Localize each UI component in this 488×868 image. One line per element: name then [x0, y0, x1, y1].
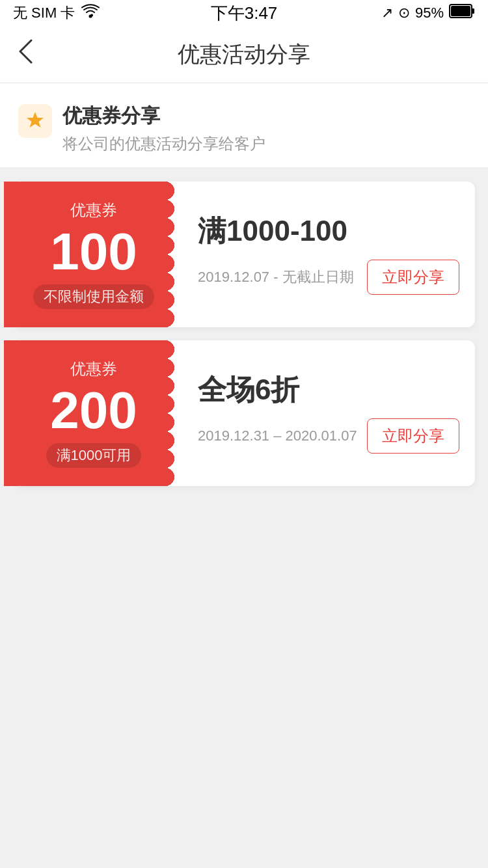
coupon-date-2: 2019.12.31 – 2020.01.07 — [198, 427, 359, 444]
status-left: 无 SIM 卡 — [13, 3, 100, 23]
coupon-condition-1: 不限制使用金额 — [33, 284, 154, 309]
battery-percent: 95% — [415, 5, 444, 21]
status-bar: 无 SIM 卡 下午3:47 ↗ ⊙ 95% — [0, 0, 488, 26]
no-sim-label: 无 SIM 卡 — [13, 3, 75, 23]
coupon-amount-1: 100 — [50, 226, 137, 278]
share-button-2[interactable]: 立即分享 — [367, 418, 459, 454]
svg-rect-3 — [451, 6, 470, 16]
section-text: 优惠券分享 将公司的优惠活动分享给客户 — [62, 103, 265, 154]
coupon-condition-2: 满1000可用 — [46, 443, 142, 468]
coupon-left-1: 优惠券 100 不限制使用金额 — [13, 182, 174, 327]
coupon-label-2: 优惠券 — [70, 359, 117, 379]
coupon-meta-2: 2019.12.31 – 2020.01.07 立即分享 — [198, 418, 459, 454]
svg-rect-2 — [472, 8, 474, 14]
coupon-meta-1: 2019.12.07 - 无截止日期 立即分享 — [198, 260, 459, 295]
coupon-label-1: 优惠券 — [70, 200, 117, 221]
coupon-amount-2: 200 — [50, 385, 137, 437]
share-button-1[interactable]: 立即分享 — [367, 260, 459, 295]
coupon-name-1: 满1000-100 — [198, 214, 459, 249]
coupon-right-1: 满1000-100 2019.12.07 - 无截止日期 立即分享 — [174, 182, 475, 327]
coupon-left-2: 优惠券 200 满1000可用 — [13, 340, 174, 486]
svg-point-0 — [89, 15, 92, 18]
status-right: ↗ ⊙ 95% — [381, 4, 475, 22]
back-button[interactable] — [18, 39, 33, 70]
page-title: 优惠活动分享 — [178, 40, 310, 70]
status-time: 下午3:47 — [211, 2, 278, 25]
wifi-icon — [81, 4, 100, 22]
coupon-right-2: 全场6折 2019.12.31 – 2020.01.07 立即分享 — [174, 340, 475, 486]
coupon-name-2: 全场6折 — [198, 373, 459, 407]
section-title: 优惠券分享 — [62, 103, 265, 129]
alarm-icon: ⊙ — [398, 5, 410, 21]
coupon-date-1: 2019.12.07 - 无截止日期 — [198, 267, 359, 287]
section-header: 优惠券分享 将公司的优惠活动分享给客户 — [0, 83, 488, 167]
location-icon: ↗ — [381, 5, 393, 21]
coupon-card: 优惠券 100 不限制使用金额 满1000-100 2019.12.07 - 无… — [13, 182, 475, 327]
coupon-share-icon — [18, 104, 52, 138]
nav-bar: 优惠活动分享 — [0, 26, 488, 83]
coupon-card-2: 优惠券 200 满1000可用 全场6折 2019.12.31 – 2020.0… — [13, 340, 475, 486]
coupon-list: 优惠券 100 不限制使用金额 满1000-100 2019.12.07 - 无… — [0, 169, 488, 499]
battery-icon — [449, 4, 475, 22]
section-subtitle: 将公司的优惠活动分享给客户 — [62, 133, 265, 154]
